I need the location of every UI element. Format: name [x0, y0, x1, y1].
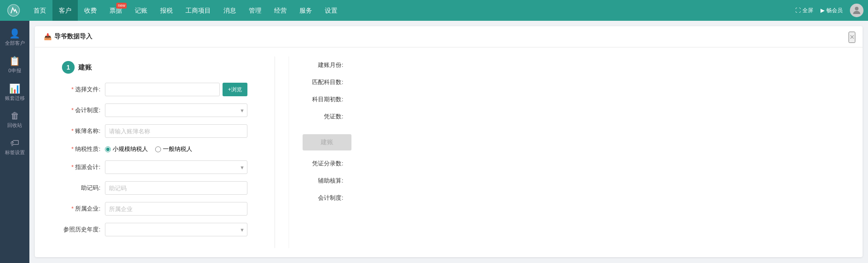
nav-service[interactable]: 服务: [293, 0, 318, 21]
ledger-name-input[interactable]: [105, 124, 247, 138]
tax-nature-label: 纳税性质:: [62, 145, 100, 153]
voucher-entries-row: 凭证分录数:: [303, 160, 849, 168]
file-path-input[interactable]: [105, 83, 220, 96]
browse-button[interactable]: +浏览: [223, 83, 247, 96]
history-year-row: 参照历史年度:: [62, 223, 247, 236]
sidebar-item-tag-settings[interactable]: 🏷 标签设置: [1, 134, 28, 160]
initial-amount-label: 科目期初数:: [303, 95, 343, 103]
svg-point-1: [855, 7, 859, 10]
new-badge: new: [116, 3, 127, 9]
nav-industrial[interactable]: 工商项目: [179, 0, 217, 21]
fullscreen-button[interactable]: ⛶ 全屏: [795, 7, 813, 14]
all-customers-icon: 👤: [3, 28, 27, 39]
app-logo: [5, 1, 23, 19]
step-badge: 1: [62, 61, 75, 74]
main-content: 📥 导爷数据导入 × 1 建账 选择文件: +浏览: [29, 21, 868, 263]
company-label: 所属企业:: [62, 205, 100, 213]
accounting-system-select[interactable]: [105, 103, 247, 117]
sidebar-item-all-customers[interactable]: 👤 全部客户: [1, 24, 28, 50]
report-icon: 📋: [3, 56, 27, 66]
setup-month-label: 建账月份:: [303, 61, 343, 69]
file-label: 选择文件:: [62, 85, 100, 94]
sidebar-item-report[interactable]: 📋 0申报: [1, 52, 28, 78]
tag-icon: 🏷: [3, 138, 27, 148]
memo-input[interactable]: [105, 181, 247, 195]
migrate-icon: 📊: [3, 83, 27, 94]
nav-home[interactable]: 首页: [27, 0, 52, 21]
voucher-entries-label: 凭证分录数:: [303, 160, 343, 168]
nav-operation[interactable]: 经营: [268, 0, 293, 21]
nav-right: ⛶ 全屏 ▶ 畅会员: [795, 4, 863, 17]
accounting-system2-label: 会计制度:: [303, 194, 343, 202]
close-button[interactable]: ×: [849, 32, 855, 43]
company-row: 所属企业:: [62, 202, 247, 216]
general-taxpayer-radio[interactable]: [155, 146, 161, 152]
section-title: 1 建账: [62, 61, 247, 74]
vouchers-label: 凭证数:: [303, 113, 343, 121]
play-icon: ▶: [821, 7, 825, 14]
nav-manage[interactable]: 管理: [242, 0, 268, 21]
recycle-icon: 🗑: [3, 111, 27, 121]
nav-accounts[interactable]: 记账: [128, 0, 154, 21]
form-body: 1 建账 选择文件: +浏览 会计制度:: [35, 47, 863, 257]
top-nav: 首页 客户 收费 票据 new 记账 报税 工商项目 消息 管理 经营 服务 设…: [0, 0, 868, 21]
ledger-name-label: 账簿名称:: [62, 127, 100, 135]
assign-accountant-label: 指派会计:: [62, 163, 100, 171]
nav-billing[interactable]: 收费: [78, 0, 103, 21]
import-icon: 📥: [44, 33, 52, 40]
tax-nature-radio-group: 小规模纳税人 一般纳税人: [105, 145, 192, 153]
accounting-system-label: 会计制度:: [62, 106, 100, 114]
assign-accountant-select[interactable]: [105, 160, 247, 174]
small-taxpayer-radio[interactable]: [105, 146, 111, 152]
build-account-button[interactable]: 建账: [303, 134, 351, 150]
match-subjects-row: 匹配科目数:: [303, 78, 849, 86]
sidebar-item-recycle[interactable]: 🗑 回收站: [1, 107, 28, 132]
form-left: 1 建账 选择文件: +浏览 会计制度:: [35, 56, 261, 248]
aux-accounting-label: 辅助核算:: [303, 177, 343, 185]
small-taxpayer-option[interactable]: 小规模纳税人: [105, 145, 148, 153]
accounting-system2-row: 会计制度:: [303, 194, 849, 202]
sidebar: 👤 全部客户 📋 0申报 📊 账套迁移 🗑 回收站 🏷 标签设置: [0, 21, 29, 263]
nav-invoice[interactable]: 票据 new: [103, 0, 128, 21]
fullscreen-icon: ⛶: [795, 7, 801, 14]
import-panel: 📥 导爷数据导入 × 1 建账 选择文件: +浏览: [35, 26, 863, 257]
match-subjects-label: 匹配科目数:: [303, 78, 343, 86]
file-row: 选择文件: +浏览: [62, 83, 247, 96]
form-right: 建账月份: 匹配科目数: 科目期初数: 凭证数: 建账 凭证分录数:: [289, 56, 863, 248]
member-button[interactable]: ▶ 畅会员: [821, 7, 843, 14]
ledger-name-row: 账簿名称:: [62, 124, 247, 138]
nav-tax[interactable]: 报税: [154, 0, 179, 21]
nav-settings[interactable]: 设置: [318, 0, 344, 21]
form-divider: [275, 56, 275, 248]
general-taxpayer-option[interactable]: 一般纳税人: [155, 145, 192, 153]
initial-amount-row: 科目期初数:: [303, 95, 849, 103]
company-input[interactable]: [105, 202, 247, 216]
accounting-system-row: 会计制度:: [62, 103, 247, 117]
sidebar-item-account-migrate[interactable]: 📊 账套迁移: [1, 80, 28, 105]
setup-month-row: 建账月份:: [303, 61, 849, 69]
nav-customer[interactable]: 客户: [52, 0, 78, 21]
accounting-system-select-wrapper: [105, 103, 247, 117]
history-year-select[interactable]: [105, 223, 247, 236]
file-input-group: +浏览: [105, 83, 247, 96]
history-year-select-wrapper: [105, 223, 247, 236]
nav-message[interactable]: 消息: [217, 0, 242, 21]
assign-accountant-select-wrapper: [105, 160, 247, 174]
memo-row: 助记码:: [62, 181, 247, 195]
user-avatar[interactable]: [850, 4, 863, 17]
tax-nature-row: 纳税性质: 小规模纳税人 一般纳税人: [62, 145, 247, 153]
history-year-label: 参照历史年度:: [62, 225, 100, 234]
memo-label: 助记码:: [62, 184, 100, 192]
aux-accounting-row: 辅助核算:: [303, 177, 849, 185]
assign-accountant-row: 指派会计:: [62, 160, 247, 174]
panel-header: 📥 导爷数据导入: [35, 26, 863, 47]
vouchers-row: 凭证数:: [303, 113, 849, 121]
